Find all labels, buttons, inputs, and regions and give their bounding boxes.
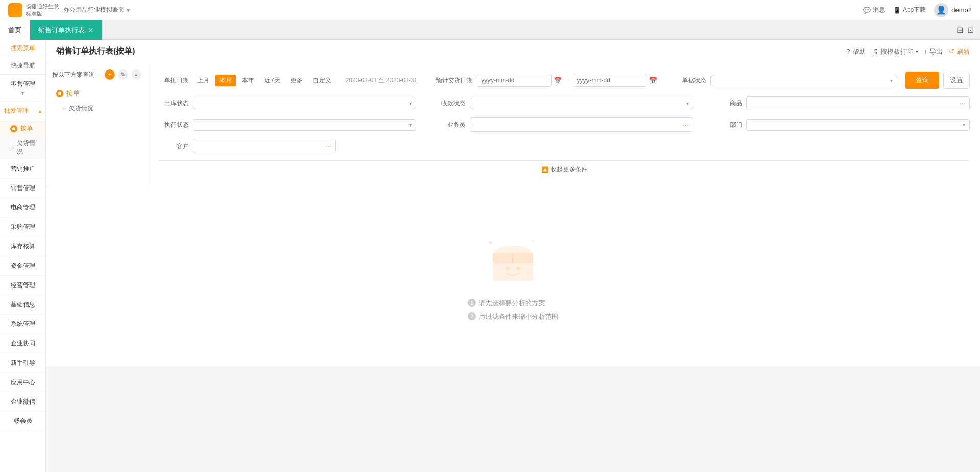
sidebar-item-inventory-label: 库存核算 bbox=[11, 242, 35, 251]
sidebar-item-ecommerce-label: 电商管理 bbox=[11, 203, 35, 212]
sidebar-item-app-center[interactable]: 应用中心 bbox=[0, 373, 45, 392]
sidebar-item-marketing[interactable]: 营销推广 bbox=[0, 159, 45, 179]
sidebar-item-member[interactable]: 畅会员 bbox=[0, 412, 45, 431]
refresh-action[interactable]: ↺ 刷新 bbox=[949, 47, 970, 56]
logo-area: 🧡 畅捷通好生意 标准版 bbox=[8, 3, 59, 17]
customer-ellipsis[interactable]: ··· bbox=[325, 142, 331, 150]
download-icon: 📱 bbox=[893, 7, 901, 14]
sidebar-item-newbie[interactable]: 新手引导 bbox=[0, 353, 45, 373]
collapse-more-button[interactable]: 🔼 收起更多条件 bbox=[158, 160, 970, 178]
department-select[interactable]: ▾ bbox=[746, 119, 970, 131]
collapse-icon: 🔼 bbox=[541, 166, 549, 173]
sidebar-item-quick-nav[interactable]: 快捷导航 bbox=[0, 57, 45, 75]
sidebar-item-purchase-label: 采购管理 bbox=[11, 223, 35, 231]
help-action[interactable]: ? 帮助 bbox=[846, 47, 865, 56]
sidebar-item-basic[interactable]: 基础信息 bbox=[0, 295, 45, 315]
sidebar-item-sales[interactable]: 销售管理 bbox=[0, 179, 45, 198]
filter-plan-actions: + ✎ « bbox=[105, 69, 141, 80]
edit-plan-button[interactable]: ✎ bbox=[118, 69, 128, 80]
settings-button[interactable]: 设置 bbox=[943, 72, 970, 89]
wholesale-sub-menu: 按单 ○ 欠货情况 bbox=[0, 121, 45, 159]
sidebar-item-search-menu[interactable]: 搜索菜单 bbox=[0, 40, 45, 57]
message-action[interactable]: 💬 消息 bbox=[863, 6, 885, 14]
date-tab-custom[interactable]: 自定义 bbox=[309, 75, 335, 86]
page-content: 销售订单执行表(按单) ? 帮助 🖨 按模板打印 ▾ ↑ bbox=[46, 40, 980, 366]
expected-date-start-input[interactable] bbox=[477, 74, 551, 87]
username-label: demo2 bbox=[951, 6, 972, 14]
sidebar-item-wholesale[interactable]: 批发管理 ▴ bbox=[0, 102, 45, 121]
calendar-start-icon[interactable]: 📅 bbox=[554, 77, 562, 84]
sidebar-item-retail[interactable]: 零售管理 ▾ bbox=[0, 75, 45, 102]
sub-plan-item-debt[interactable]: ○ 欠货情况 bbox=[52, 101, 141, 116]
user-area[interactable]: 👤 demo2 bbox=[934, 3, 972, 17]
out-status-label: 出库状态 bbox=[158, 99, 189, 108]
search-button[interactable]: 查询 bbox=[905, 72, 939, 89]
sidebar-sub-item-debt[interactable]: ○ 欠货情况 bbox=[0, 136, 45, 159]
empty-tips: 1 请先选择要分析的方案 2 用过滤条件来缩小分析范围 bbox=[468, 299, 558, 325]
sidebar-item-member-label: 畅会员 bbox=[14, 417, 32, 426]
customer-label: 客户 bbox=[158, 142, 189, 151]
sub-item-debt-label: 欠货情况 bbox=[17, 139, 41, 156]
date-separator: — bbox=[564, 77, 571, 84]
print-template-action[interactable]: 🖨 按模板打印 ▾ bbox=[872, 47, 918, 56]
tab-sales-order-label: 销售订单执行表 bbox=[38, 26, 85, 35]
app-container: 🧡 畅捷通好生意 标准版 办公用品行业模拟账套 ▾ 💬 消息 📱 App下载 bbox=[0, 0, 980, 472]
plan-item-by-order[interactable]: 按单 bbox=[52, 86, 141, 101]
tab-sales-order[interactable]: 销售订单执行表 ✕ bbox=[30, 20, 103, 40]
sidebar-item-system[interactable]: 系统管理 bbox=[0, 315, 45, 334]
date-tab-more[interactable]: 更多 bbox=[286, 75, 307, 86]
svg-point-8 bbox=[516, 266, 520, 270]
filter-plan-header: 按以下方案查询 + ✎ « bbox=[52, 69, 141, 80]
date-tab-last-month[interactable]: 上月 bbox=[193, 75, 213, 86]
page-header-actions: ? 帮助 🖨 按模板打印 ▾ ↑ 导出 ↺ bbox=[846, 47, 970, 56]
app-download-action[interactable]: 📱 App下载 bbox=[893, 6, 926, 14]
empty-illustration: ✦ ✦ ✦ bbox=[482, 227, 544, 289]
sidebar-sub-item-order[interactable]: 按单 bbox=[0, 121, 45, 136]
expected-date-end-input[interactable] bbox=[573, 74, 647, 87]
filter-row-3: 执行状态 ▾ 业务员 ··· bbox=[158, 117, 970, 132]
tab-home[interactable]: 首页 bbox=[0, 20, 30, 40]
sidebar-item-ecommerce[interactable]: 电商管理 bbox=[0, 198, 45, 218]
date-tab-this-year[interactable]: 本年 bbox=[238, 75, 258, 86]
salesperson-ellipsis[interactable]: ··· bbox=[682, 121, 689, 129]
sidebar-item-purchase[interactable]: 采购管理 bbox=[0, 218, 45, 237]
sidebar-item-inventory[interactable]: 库存核算 bbox=[0, 237, 45, 256]
print-icon: 🖨 bbox=[872, 48, 878, 55]
payment-status-select[interactable]: ▾ bbox=[470, 98, 693, 109]
goods-ellipsis[interactable]: ··· bbox=[959, 99, 965, 107]
add-plan-button[interactable]: + bbox=[105, 69, 115, 80]
tab-close-icon[interactable]: ✕ bbox=[88, 26, 94, 34]
plan-item-by-order-label: 按单 bbox=[66, 89, 80, 98]
sidebar-item-newbie-label: 新手引导 bbox=[11, 359, 35, 367]
main-layout: 搜索菜单 快捷导航 零售管理 ▾ 批发管理 ▴ 按单 bbox=[0, 40, 980, 472]
order-status-select[interactable]: ▾ bbox=[710, 75, 897, 86]
chevron-down-icon: ▾ bbox=[21, 90, 24, 96]
sidebar-item-finance[interactable]: 资金管理 bbox=[0, 256, 45, 276]
exec-status-select[interactable]: ▾ bbox=[193, 119, 416, 131]
breadcrumb-expand-icon[interactable]: ▾ bbox=[127, 7, 130, 14]
tab-minimize-icon[interactable]: ⊟ bbox=[957, 25, 963, 35]
export-action[interactable]: ↑ 导出 bbox=[924, 47, 943, 56]
date-tab-last7days[interactable]: 近7天 bbox=[260, 75, 284, 86]
circle-sub-icon: ○ bbox=[62, 105, 66, 112]
expected-date-range: 📅 — 📅 bbox=[477, 74, 657, 87]
sidebar-item-enterprise[interactable]: 企业协同 bbox=[0, 334, 45, 353]
filter-field-date: 单据日期 上月 本月 本年 近7天 更多 自定义 bbox=[158, 75, 335, 86]
svg-point-3 bbox=[495, 246, 531, 258]
out-status-select[interactable]: ▾ bbox=[193, 98, 416, 109]
department-label: 部门 bbox=[712, 121, 742, 129]
order-status-arrow: ▾ bbox=[890, 78, 893, 83]
filter-row-4: 客户 ··· bbox=[158, 139, 970, 153]
refresh-icon: ↺ bbox=[949, 48, 954, 55]
tab-home-label: 首页 bbox=[8, 26, 21, 35]
tab-expand-icon[interactable]: ⊡ bbox=[967, 25, 974, 35]
calendar-end-icon[interactable]: 📅 bbox=[649, 77, 657, 84]
sub-plan-debt-label: 欠货情况 bbox=[69, 104, 93, 113]
radio-filled-dot bbox=[56, 90, 63, 97]
collapse-plan-button[interactable]: « bbox=[131, 69, 141, 80]
filter-plan-title: 按以下方案查询 bbox=[52, 70, 95, 79]
sidebar-item-operation[interactable]: 经营管理 bbox=[0, 276, 45, 295]
filter-panel: 按以下方案查询 + ✎ « 按单 bbox=[46, 63, 980, 186]
date-tab-this-month[interactable]: 本月 bbox=[215, 75, 236, 86]
sidebar-item-wechat[interactable]: 企业微信 bbox=[0, 392, 45, 412]
